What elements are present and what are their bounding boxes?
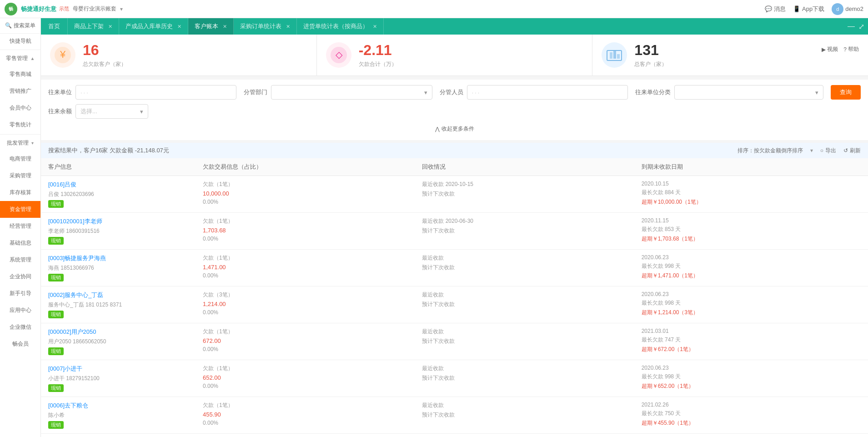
filter-row-1: 往来单位 ··· 分管部门 ▾ bbox=[48, 85, 861, 100]
collapse-btn[interactable]: ⋀ 收起更多条件 bbox=[48, 123, 861, 135]
customer-name-2[interactable]: [0003]畅捷服务尹海燕 bbox=[48, 254, 203, 262]
video-btn[interactable]: ▶ 视频 bbox=[822, 45, 838, 53]
sidebar-quick-nav[interactable]: 快捷导航 bbox=[0, 34, 40, 49]
tab-product-shelf-close[interactable]: ✕ bbox=[108, 24, 112, 30]
refresh-btn[interactable]: ↺ 刷新 bbox=[843, 147, 861, 155]
retail-store-label: 零售商城 bbox=[10, 70, 31, 78]
overdue-text-2[interactable]: 超期￥1,471.00（1笔） bbox=[642, 272, 861, 280]
result-info-left: 搜索结果中，客户16家 欠款金额 -21,148.07元 bbox=[48, 146, 169, 155]
person-input[interactable]: ··· bbox=[467, 85, 628, 100]
stat-debt-amount: ◇ -2.11 欠款合计（万） bbox=[317, 35, 593, 75]
svg-text:¥: ¥ bbox=[60, 49, 66, 60]
filter-area: 往来单位 ··· 分管部门 ▾ bbox=[41, 80, 868, 140]
debt-cell-4: 欠款（1笔） 672.00 0.00% bbox=[203, 328, 422, 355]
customer-phone-5: 小进干 18279152100 bbox=[48, 375, 203, 382]
last-collect-0: 最近收款 2020-10-15 bbox=[422, 181, 641, 188]
tab-inbound-stats-close[interactable]: ✕ bbox=[373, 24, 377, 30]
sidebar-item-member-plan[interactable]: 畅会员 bbox=[0, 336, 40, 352]
help-btn[interactable]: ? 帮助 bbox=[843, 45, 859, 53]
tab-home[interactable]: 首页 bbox=[41, 18, 68, 35]
tab-maximize-icon[interactable]: ⤢ bbox=[858, 22, 864, 31]
debt-percent-4: 0.00% bbox=[203, 346, 422, 352]
customer-name-3[interactable]: [0002]服务中心_丁磊 bbox=[48, 291, 203, 299]
sidebar-item-marketing[interactable]: 营销推广 bbox=[0, 83, 40, 100]
sidebar-item-inventory[interactable]: 库存核算 bbox=[0, 184, 40, 201]
table-row: [0007]小进干 小进干 18279152100 现销 欠款（1笔） 652.… bbox=[41, 360, 868, 397]
overdue-text-6[interactable]: 超期￥455.90（1笔） bbox=[642, 419, 861, 427]
debt-label-4: 欠款（1笔） bbox=[203, 328, 422, 336]
sidebar-item-app-center[interactable]: 应用中心 bbox=[0, 302, 40, 319]
sidebar-item-sys[interactable]: 系统管理 bbox=[0, 251, 40, 268]
app-download-btn[interactable]: 📱 App下载 bbox=[793, 5, 824, 13]
collection-cell-3: 最近收款 预计下次收款 bbox=[422, 291, 641, 318]
mobile-icon: 📱 bbox=[793, 5, 800, 12]
export-btn[interactable]: ○ 导出 bbox=[820, 147, 836, 155]
last-collect-2: 最近收款 bbox=[422, 254, 641, 262]
debt-percent-0: 0.00% bbox=[203, 199, 422, 205]
overdue-text-4[interactable]: 超期￥672.00（1笔） bbox=[642, 346, 861, 353]
overdue-text-0[interactable]: 超期￥10,000.00（1笔） bbox=[642, 198, 861, 206]
sidebar-item-ecommerce[interactable]: 电商管理 bbox=[0, 151, 40, 167]
tab-inbound-stats[interactable]: 进货单统计表（按商品） ✕ bbox=[297, 18, 384, 35]
tab-production-history-close[interactable]: ✕ bbox=[177, 24, 181, 30]
sidebar-item-new-guide[interactable]: 新手引导 bbox=[0, 285, 40, 302]
customer-phone-3: 服务中心_丁磊 181 0125 8371 bbox=[48, 301, 203, 309]
brand-sub: 示范 bbox=[59, 5, 69, 12]
due-date-0: 2020.10.15 bbox=[642, 181, 861, 187]
customer-name-6[interactable]: [0006]去下粮仓 bbox=[48, 402, 203, 410]
sidebar-item-retail-stats[interactable]: 零售统计 bbox=[0, 116, 40, 133]
collection-cell-1: 最近收款 2020-06-30 预计下次收款 bbox=[422, 217, 641, 245]
customer-name-0[interactable]: [0016]吕俊 bbox=[48, 181, 203, 189]
sidebar-item-corp-collab[interactable]: 企业协同 bbox=[0, 268, 40, 285]
sidebar-item-purchase[interactable]: 采购管理 bbox=[0, 167, 40, 184]
overdue-text-1[interactable]: 超期￥1,703.68（1笔） bbox=[642, 235, 861, 243]
tab-product-shelf[interactable]: 商品上下架 ✕ bbox=[68, 18, 119, 35]
stat-total-debt-customers: ¥ 16 总欠款客户（家） bbox=[41, 35, 317, 75]
customer-info-1: [0001020001]李老师 李老师 18600391516 现销 bbox=[48, 217, 203, 245]
sidebar-item-finance[interactable]: 资金管理 bbox=[0, 201, 40, 218]
company-dropdown-icon[interactable]: ▾ bbox=[120, 6, 123, 12]
marketing-label: 营销推广 bbox=[10, 87, 31, 95]
company-selector[interactable]: 母婴行业演示账套 bbox=[73, 5, 116, 13]
search-button[interactable]: 查询 bbox=[831, 85, 861, 100]
debt-cell-1: 欠款（1笔） 1,703.68 0.00% bbox=[203, 217, 422, 245]
sidebar-item-batch-mgmt[interactable]: 批发管理 ▾ bbox=[0, 136, 40, 151]
refresh-icon: ↺ bbox=[843, 147, 848, 154]
help-icon: ? bbox=[843, 46, 847, 53]
sidebar-item-retail-mgmt[interactable]: 零售管理 ▲ bbox=[0, 51, 40, 66]
tab-customer-account[interactable]: 客户账本 ✕ bbox=[188, 18, 234, 35]
table-header: 客户信息 欠款交易信息（占比） 回收情况 到期未收款日期 bbox=[41, 158, 868, 176]
dept-select[interactable]: ▾ bbox=[271, 85, 432, 100]
tab-customer-account-close[interactable]: ✕ bbox=[223, 24, 227, 30]
table-row: [0002]服务中心_丁磊 服务中心_丁磊 181 0125 8371 现销 欠… bbox=[41, 286, 868, 323]
customer-name-4[interactable]: [000002]用户2050 bbox=[48, 328, 203, 336]
balance-select[interactable]: 选择... ▾ bbox=[75, 104, 148, 119]
tab-production-history[interactable]: 产成品入库单历史 ✕ bbox=[119, 18, 188, 35]
source-unit-input[interactable]: ··· bbox=[75, 85, 236, 100]
debt-amount-3: 1,214.00 bbox=[203, 301, 422, 307]
next-collect-4: 预计下次收款 bbox=[422, 337, 641, 345]
overdue-text-3[interactable]: 超期￥1,214.00（3笔） bbox=[642, 309, 861, 316]
customer-name-1[interactable]: [0001020001]李老师 bbox=[48, 217, 203, 226]
sidebar-item-ops[interactable]: 经营管理 bbox=[0, 218, 40, 235]
batch-mgmt-arrow: ▾ bbox=[31, 141, 34, 146]
unit-category-select[interactable]: ▾ bbox=[674, 85, 823, 100]
sidebar-search[interactable]: 🔍 搜索菜单 bbox=[0, 18, 40, 34]
table-row: [0016]吕俊 吕俊 13026203696 现销 欠款（1笔） 10,000… bbox=[41, 176, 868, 213]
tab-inbound-stats-label: 进货单统计表（按商品） bbox=[303, 22, 368, 30]
sidebar-item-corp-wechat[interactable]: 企业微信 bbox=[0, 319, 40, 336]
batch-mgmt-label: 批发管理 bbox=[7, 139, 29, 147]
customer-name-5[interactable]: [0007]小进干 bbox=[48, 365, 203, 373]
user-avatar[interactable]: d demo2 bbox=[832, 3, 863, 15]
due-date-3: 2020.06.23 bbox=[642, 291, 861, 297]
tab-purchase-order-stats-close[interactable]: ✕ bbox=[286, 24, 290, 30]
sidebar-divider2 bbox=[0, 134, 40, 135]
overdue-text-5[interactable]: 超期￥652.00（1笔） bbox=[642, 382, 861, 390]
sidebar-item-member[interactable]: 会员中心 bbox=[0, 100, 40, 116]
sys-label: 系统管理 bbox=[10, 256, 31, 264]
sidebar-item-retail-store[interactable]: 零售商城 bbox=[0, 66, 40, 83]
message-btn[interactable]: 💬 消息 bbox=[765, 5, 786, 13]
sidebar-item-basic[interactable]: 基础信息 bbox=[0, 235, 40, 251]
tab-purchase-order-stats[interactable]: 采购订单统计表 ✕ bbox=[234, 18, 297, 35]
tab-minimize-icon[interactable]: — bbox=[848, 22, 855, 30]
